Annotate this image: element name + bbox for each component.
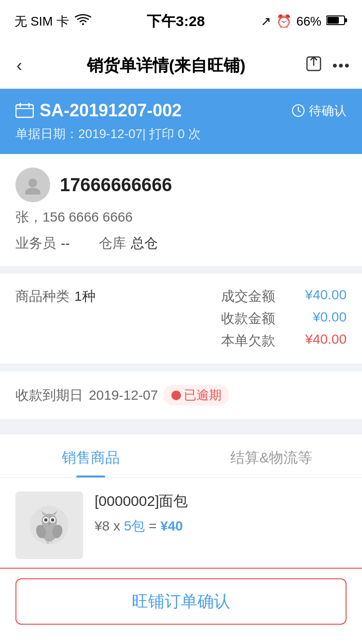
balance-value: ¥40.00 [305,332,347,350]
bottom-bar: 旺铺订单确认 [0,568,362,644]
overdue-text: 已逾期 [184,387,222,404]
back-button[interactable]: ‹ [12,56,27,76]
balance-row: 本单欠款 ¥40.00 [221,332,347,350]
nav-actions: ••• [305,55,350,76]
customer-name: 张，156 6666 6666 [15,208,347,226]
salesperson-value: -- [61,236,70,251]
balance-label: 本单欠款 [221,332,275,350]
duedate-value: 2019-12-07 [89,388,158,403]
order-meta: 单据日期：2019-12-07| 打印 0 次 [15,126,347,142]
overdue-dot-icon [171,391,181,400]
confirm-order-button[interactable]: 旺铺订单确认 [15,578,347,625]
received-amount-value: ¥0.00 [313,309,347,328]
order-icon [15,103,34,118]
svg-line-11 [298,111,301,112]
deal-amount-label: 成交金额 [221,287,275,306]
order-id: SA-20191207-002 [15,100,181,121]
battery-text: 66% [296,14,321,29]
more-button[interactable]: ••• [332,57,350,74]
price-separator: = [145,518,160,533]
wifi-icon [75,14,91,29]
warehouse-field: 仓库 总仓 [99,234,158,252]
svg-point-13 [25,188,41,195]
product-total: ¥40 [160,518,183,533]
clock-icon [292,104,305,117]
svg-point-19 [44,518,48,522]
alarm-icon: ⏰ [276,14,292,29]
received-amount-label: 收款金额 [221,309,275,328]
status-right: ↗ ⏰ 66% [261,14,348,29]
product-qty: 5包 [124,518,145,533]
tab-sales-goods[interactable]: 销售商品 [0,434,181,477]
status-bar: 无 SIM 卡 下午3:28 ↗ ⏰ 66% [0,0,362,42]
product-info: [0000002]面包 ¥8 x 5包 = ¥40 [95,491,347,535]
warehouse-label: 仓库 [99,234,126,252]
warehouse-value: 总仓 [131,234,158,252]
svg-rect-2 [327,17,339,24]
deal-amount-value: ¥40.00 [305,287,347,306]
product-image: 管+ [15,491,83,559]
location-icon: ↗ [261,14,271,29]
share-button[interactable] [305,55,322,76]
customer-phone: 17666666666 [60,175,172,196]
product-img-placeholder: 管+ [15,491,83,559]
svg-rect-1 [345,18,347,22]
customer-section: 17666666666 张，156 6666 6666 业务员 -- 仓库 总仓 [0,154,362,266]
customer-meta: 业务员 -- 仓库 总仓 [15,234,347,252]
svg-point-20 [51,518,55,522]
product-type-value: 1种 [74,287,96,306]
summary-row: 商品种类 1种 成交金额 ¥40.00 收款金额 ¥0.00 本单欠款 ¥40.… [15,287,347,350]
order-status: 待确认 [292,102,347,119]
summary-section: 商品种类 1种 成交金额 ¥40.00 收款金额 ¥0.00 本单欠款 ¥40.… [0,274,362,364]
nav-bar: ‹ 销货单详情(来自旺铺) ••• [0,42,362,89]
received-amount-row: 收款金额 ¥0.00 [221,309,347,328]
price-prefix: ¥8 x [95,518,124,533]
product-section: 管+ [0000002]面包 ¥8 x 5包 = ¥40 [0,478,362,573]
tabs: 销售商品 结算&物流等 [0,434,362,478]
salesperson-label: 业务员 [15,234,56,252]
page-title: 销货单详情(来自旺铺) [27,55,305,77]
deal-amount-row: 成交金额 ¥40.00 [221,287,347,306]
status-time: 下午3:28 [147,12,205,31]
order-header-card: SA-20191207-002 待确认 单据日期：2019-12-07| 打印 … [0,89,362,154]
duedate-section: 收款到期日 2019-12-07 已逾期 [0,371,362,419]
duedate-label: 收款到期日 [15,386,83,405]
amounts: 成交金额 ¥40.00 收款金额 ¥0.00 本单欠款 ¥40.00 [221,287,347,350]
status-left: 无 SIM 卡 [14,13,91,30]
divider [0,427,362,434]
svg-rect-5 [16,105,33,117]
product-price: ¥8 x 5包 = ¥40 [95,517,347,535]
svg-text:管+: 管+ [46,539,53,544]
product-name: [0000002]面包 [95,491,347,511]
product-type-label: 商品种类 [15,287,70,306]
svg-point-12 [28,179,37,187]
product-type-field: 商品种类 1种 [15,287,96,306]
tab-settlement[interactable]: 结算&物流等 [181,434,362,477]
overdue-badge: 已逾期 [164,385,229,406]
salesperson-field: 业务员 -- [15,234,70,252]
customer-top: 17666666666 [15,168,347,202]
battery-icon [326,14,348,29]
avatar [15,168,50,202]
carrier-text: 无 SIM 卡 [14,13,69,30]
